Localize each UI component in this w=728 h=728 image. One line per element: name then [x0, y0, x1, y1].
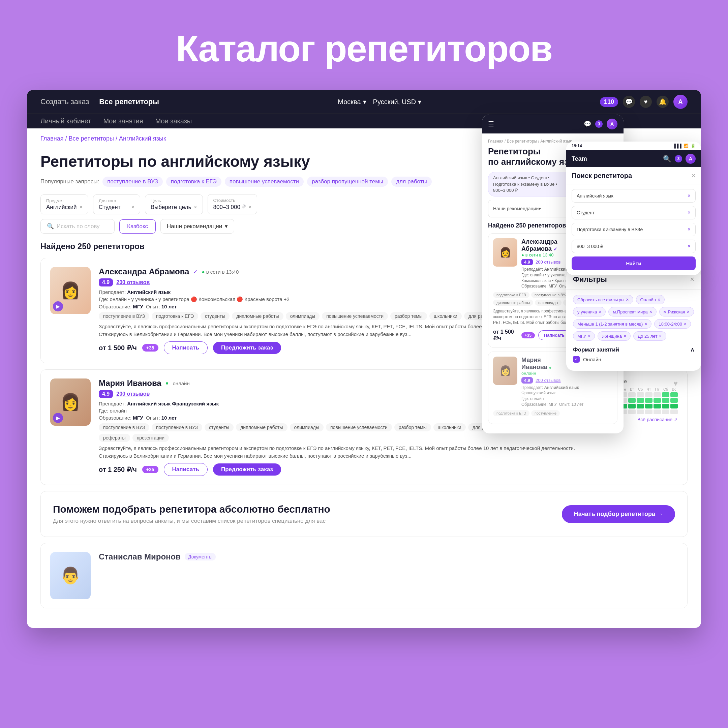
notifications-icon[interactable]: 🔔	[656, 96, 669, 108]
cost-clear[interactable]: ×	[248, 204, 251, 210]
field-clear-subject[interactable]: ×	[688, 193, 691, 199]
tag[interactable]: дипломные работы	[232, 312, 283, 320]
chip-metro1[interactable]: м.Проспект мира ×	[608, 307, 656, 317]
chip-gender[interactable]: Женщина ×	[598, 331, 631, 341]
search-close-button[interactable]: ×	[691, 171, 696, 180]
tag[interactable]: студенты	[205, 423, 234, 431]
mobile-chat-icon[interactable]: 💬	[584, 120, 591, 128]
subject-filter[interactable]: Предмет Английский ×	[40, 194, 88, 214]
tag[interactable]: школьники	[430, 312, 462, 320]
chip-edu[interactable]: МГУ ×	[573, 331, 595, 341]
mobile-tag[interactable]: подготовка к ЕГЭ	[493, 410, 529, 416]
start-selection-button[interactable]: Начать подбор репетитора →	[562, 505, 675, 523]
tag[interactable]: подготовка к ЕГЭ	[151, 312, 198, 320]
tag[interactable]: олимпиады	[290, 423, 324, 431]
team-label: Team	[572, 155, 587, 162]
search-modal-content: Английский язык × Студент × Подготовка к…	[566, 184, 701, 275]
tag[interactable]: школьники	[433, 423, 466, 431]
recommendations-button[interactable]: Наши рекомендации ▾	[161, 219, 234, 234]
field-clear-who[interactable]: ×	[688, 210, 691, 216]
chip-metro2[interactable]: м.Рижская ×	[659, 307, 694, 317]
chip-student[interactable]: у ученика ×	[573, 307, 606, 317]
for-whom-clear[interactable]: ×	[131, 204, 134, 210]
field-clear-price[interactable]: ×	[688, 243, 691, 249]
search-input-wrap[interactable]: 🔍 Искать по слову	[40, 219, 115, 234]
nav-lessons[interactable]: Мои занятия	[103, 117, 143, 125]
nav-cabinet[interactable]: Личный кабинет	[40, 117, 91, 125]
filters-close-button[interactable]: ×	[690, 275, 694, 284]
nav-location[interactable]: Москва ▾	[338, 98, 366, 106]
for-whom-filter[interactable]: Для кого Студент ×	[93, 194, 140, 214]
tag[interactable]: разбор темы	[394, 423, 431, 431]
field-clear-goal[interactable]: ×	[688, 226, 691, 232]
nav-orders[interactable]: Мои заказы	[155, 117, 192, 125]
hamburger-icon[interactable]: ☰	[488, 120, 494, 128]
mobile-tag[interactable]: поступление	[531, 410, 560, 416]
search-field-price[interactable]: 800–3 000 ₽ ×	[572, 240, 696, 253]
chip-frequency[interactable]: Меньше 1 (1-2 занятия в месяц) ×	[573, 319, 652, 329]
mobile-tag[interactable]: поступление в ВУЗ	[531, 292, 570, 298]
reviews-count-2[interactable]: 200 отзывов	[116, 391, 150, 397]
goal-clear[interactable]: ×	[194, 204, 197, 210]
write-button-1[interactable]: Написать	[164, 341, 208, 354]
tag[interactable]: дипломные работы	[236, 423, 287, 431]
nav-balance[interactable]: 110	[600, 97, 618, 107]
chat-icon[interactable]: 💬	[623, 96, 635, 108]
free-selection-banner: Поможем подобрать репетитора абсолютно б…	[40, 491, 688, 537]
video-play-icon-2[interactable]: ▶	[53, 413, 63, 423]
query-work[interactable]: для работы	[391, 177, 432, 187]
tutor-name-3: Станислав Миронов	[99, 552, 180, 561]
chip-age[interactable]: До 25 лет ×	[633, 331, 666, 341]
reset-filters-chip[interactable]: Сбросить все фильтры ×	[573, 295, 633, 304]
mobile-search-icon[interactable]: 🔍	[663, 155, 671, 163]
tag[interactable]: поступление в ВУЗ	[151, 423, 202, 431]
favorites-icon[interactable]: ♥	[640, 96, 652, 108]
tag[interactable]: поступление в ВУЗ	[99, 423, 149, 431]
tag[interactable]: поступление в ВУЗ	[99, 312, 149, 320]
goal-filter[interactable]: Цель Выберите цель ×	[145, 194, 203, 214]
query-ege[interactable]: подготовка к ЕГЭ	[166, 177, 222, 187]
mobile-avatar-1[interactable]: А	[607, 119, 618, 129]
top-nav: Создать заказ Все репетиторы Москва ▾ Ру…	[27, 90, 701, 113]
query-vuz[interactable]: поступление в ВУЗ	[102, 177, 163, 187]
favorite-icon-2[interactable]: ♥	[673, 379, 678, 388]
tag[interactable]: олимпиады	[286, 312, 320, 320]
mobile-tags-2: подготовка к ЕГЭ поступление	[493, 410, 612, 416]
nav-lang[interactable]: Русский, USD ▾	[373, 98, 421, 106]
query-missed[interactable]: разбор пропущенной темы	[307, 177, 388, 187]
offer-button-1[interactable]: Предложить заказ	[213, 342, 281, 354]
video-play-icon-1[interactable]: ▶	[53, 301, 63, 311]
offer-button-2[interactable]: Предложить заказ	[213, 463, 281, 476]
tag[interactable]: повышение успеваемости	[326, 423, 392, 431]
nav-create-order[interactable]: Создать заказ	[40, 97, 89, 106]
signal-icon: ▐▐▐	[673, 144, 682, 148]
user-avatar[interactable]: А	[673, 95, 688, 109]
tag[interactable]: рефераты	[99, 434, 130, 442]
mobile-avatar-2[interactable]: А	[685, 154, 696, 164]
subject-clear[interactable]: ×	[79, 204, 82, 210]
search-field-who[interactable]: Студент ×	[572, 206, 696, 219]
chevron-up-icon[interactable]: ∧	[690, 346, 694, 353]
search-field-goal[interactable]: Подготовка к экзамену в ВУЗе ×	[572, 223, 696, 236]
online-status-1: ● в сети в 13:40	[202, 269, 239, 275]
mobile-write-button-1[interactable]: Написать	[538, 330, 570, 340]
mobile-tutor-avatar-2: 👩	[493, 356, 517, 385]
chip-time[interactable]: 18:00-24:00 ×	[654, 319, 691, 329]
kazbox-button[interactable]: Казбокс	[119, 219, 156, 234]
write-button-2[interactable]: Написать	[164, 463, 208, 476]
tag[interactable]: студенты	[200, 312, 229, 320]
chip-online[interactable]: Онлайн ×	[636, 295, 665, 304]
mobile-tag[interactable]: олимпиады	[535, 300, 561, 306]
tag[interactable]: разбор темы	[390, 312, 427, 320]
cost-filter[interactable]: Стоимость 800–3 000 ₽ ×	[208, 194, 257, 214]
reviews-count-1[interactable]: 200 отзывов	[116, 279, 150, 286]
mobile-tag[interactable]: подготовка к ЕГЭ	[493, 292, 529, 298]
mobile-find-button[interactable]: Найти	[572, 257, 696, 270]
nav-all-tutors[interactable]: Все репетиторы	[99, 97, 159, 106]
online-checkbox[interactable]: ✓	[573, 356, 580, 362]
search-field-subject[interactable]: Английский язык ×	[572, 189, 696, 203]
query-progress[interactable]: повышение успеваемости	[225, 177, 304, 187]
mobile-tag[interactable]: дипломные работы	[493, 300, 533, 306]
tag[interactable]: повышение успеваемости	[322, 312, 388, 320]
tag[interactable]: презентации	[133, 434, 169, 442]
